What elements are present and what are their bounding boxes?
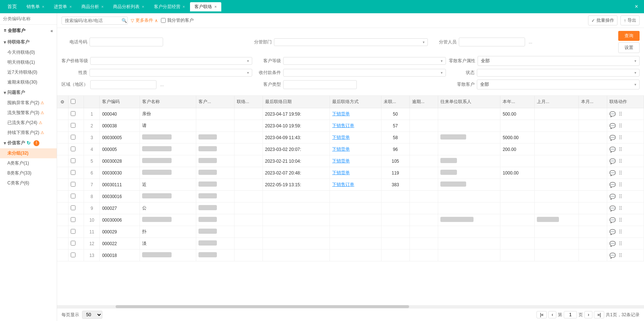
last-method-cell[interactable]: 下销售订单: [330, 179, 381, 191]
grid-action-icon[interactable]: ⠿: [619, 158, 622, 164]
grid-action-icon[interactable]: ⠿: [619, 111, 622, 117]
chat-icon[interactable]: 💬: [609, 170, 616, 176]
select-all-checkbox[interactable]: [71, 99, 75, 104]
more-filter-btn[interactable]: ▽ 更多条件 ∧: [131, 17, 158, 24]
nav-tab-product-analysis-list[interactable]: 商品分析列表 ×: [109, 2, 148, 11]
col-last-method[interactable]: 最后联络方式: [330, 96, 381, 108]
sidebar-item-abnormal[interactable]: 囤购异常客户(2) ⚠: [0, 98, 57, 108]
row-checkbox[interactable]: [71, 241, 75, 246]
chat-icon[interactable]: 💬: [609, 135, 616, 141]
method-link[interactable]: 下销货单: [332, 147, 350, 152]
retail-attr-select[interactable]: 全部 ▾: [478, 56, 640, 66]
sidebar-all-customers[interactable]: ⠿ 全部客户 «: [0, 25, 57, 37]
row-checkbox[interactable]: [71, 217, 75, 222]
dept-select[interactable]: ▾: [274, 38, 427, 46]
checkbox-cell[interactable]: [68, 214, 84, 226]
sidebar-item-class-b[interactable]: B类客户(33): [0, 168, 57, 178]
checkbox-cell[interactable]: [68, 226, 84, 238]
col-contact-person[interactable]: 往来单位联系人: [438, 96, 500, 108]
col-customer-name[interactable]: 客户名称: [140, 96, 196, 108]
checkbox-cell[interactable]: [68, 108, 84, 120]
grid-action-icon[interactable]: ⠿: [619, 217, 622, 223]
nav-tab-purchase[interactable]: 进货单 ×: [49, 2, 76, 11]
row-checkbox[interactable]: [71, 147, 75, 151]
grid-action-icon[interactable]: ⠿: [619, 170, 622, 176]
method-link[interactable]: 下销售订单: [332, 123, 354, 128]
last-method-cell[interactable]: 下销货单: [330, 155, 381, 167]
first-page-btn[interactable]: |«: [536, 311, 547, 318]
close-purchase-tab[interactable]: ×: [69, 4, 71, 9]
sidebar-item-class-c[interactable]: C类客户(6): [0, 178, 57, 188]
method-link[interactable]: 下销货单: [332, 135, 350, 140]
horizontal-scrollbar[interactable]: [57, 305, 644, 308]
sidebar-item-today[interactable]: 今天待联络(0): [0, 47, 57, 57]
page-size-select[interactable]: 50 100 200: [82, 311, 102, 319]
row-checkbox[interactable]: [71, 170, 75, 175]
row-checkbox[interactable]: [71, 158, 75, 163]
sidebar-item-overdue[interactable]: 逾期未联络(30): [0, 77, 57, 87]
grid-action-icon[interactable]: ⠿: [619, 182, 622, 188]
checkbox-cell[interactable]: [68, 179, 84, 191]
sidebar-item-tomorrow[interactable]: 明天待联络(1): [0, 57, 57, 67]
sidebar-group-header-value[interactable]: ▾ 价值客户 ↻ !: [0, 138, 57, 148]
prev-page-btn[interactable]: ‹: [548, 311, 556, 318]
status-select[interactable]: ▾: [477, 69, 640, 77]
refresh-icon[interactable]: ↻: [27, 140, 31, 146]
row-checkbox[interactable]: [71, 229, 75, 234]
last-method-cell[interactable]: 下销货单: [330, 144, 381, 155]
grid-action-icon[interactable]: ⠿: [619, 229, 622, 235]
price-level-select[interactable]: ▾: [90, 57, 252, 65]
chat-icon[interactable]: 💬: [609, 241, 616, 247]
checkbox-cell[interactable]: [68, 167, 84, 179]
chat-icon[interactable]: 💬: [609, 123, 616, 129]
col-last-date[interactable]: 最后联络日期: [263, 96, 330, 108]
grid-action-icon[interactable]: ⠿: [619, 194, 622, 200]
customer-level-select[interactable]: ▾: [283, 57, 446, 65]
checkbox-cell[interactable]: [68, 155, 84, 167]
grid-action-icon[interactable]: ⠿: [619, 253, 622, 258]
last-method-cell[interactable]: 下销货单: [330, 108, 381, 120]
col-contact[interactable]: 联络...: [234, 96, 263, 108]
method-link[interactable]: 下销货单: [332, 170, 350, 175]
row-checkbox[interactable]: [71, 135, 75, 140]
method-link[interactable]: 下销售订单: [332, 182, 354, 187]
grid-action-icon[interactable]: ⠿: [619, 205, 622, 211]
col-last-month[interactable]: 上月...: [534, 96, 578, 108]
sidebar-search-input[interactable]: [3, 16, 57, 21]
nature-select[interactable]: ▾: [89, 69, 252, 77]
search-icon[interactable]: 🔍: [122, 18, 127, 23]
row-checkbox[interactable]: [71, 123, 75, 128]
checkbox-cell[interactable]: [68, 238, 84, 250]
retail-select[interactable]: 全部 ▾: [477, 80, 640, 89]
batch-op-btn[interactable]: ✓ 批量操作: [588, 15, 617, 25]
close-all-tabs[interactable]: ×: [632, 3, 641, 10]
chat-icon[interactable]: 💬: [609, 158, 616, 164]
next-page-btn[interactable]: ›: [584, 311, 592, 318]
last-page-btn[interactable]: »|: [594, 311, 604, 318]
row-checkbox[interactable]: [71, 111, 75, 116]
col-customer-type[interactable]: 客户...: [196, 96, 234, 108]
payment-select[interactable]: ▾: [283, 69, 446, 77]
chat-icon[interactable]: 💬: [609, 217, 616, 223]
sidebar-item-7days[interactable]: 近7天待联络(0): [0, 67, 57, 77]
nav-home[interactable]: 首页: [3, 2, 21, 11]
checkbox-cell[interactable]: [68, 202, 84, 214]
search-input[interactable]: [65, 18, 120, 23]
query-btn[interactable]: 查询: [618, 31, 640, 41]
sidebar-group-header-problem[interactable]: ▾ 问题客户: [0, 87, 57, 98]
method-link[interactable]: 下销货单: [332, 158, 350, 163]
checkbox-cell[interactable]: [68, 132, 84, 144]
nav-tab-product-analysis[interactable]: 商品分析 ×: [77, 2, 108, 11]
col-settings[interactable]: ⚙: [57, 96, 68, 108]
col-customer-code[interactable]: 客户编码: [100, 96, 140, 108]
my-customers-checkbox[interactable]: 我分管的客户: [161, 17, 194, 24]
grid-action-icon[interactable]: ⠿: [619, 241, 622, 247]
sidebar-item-lost[interactable]: 已流失客户(24) ⚠: [0, 118, 57, 128]
sidebar-item-class-a[interactable]: A类客户(1): [0, 158, 57, 168]
close-customer-tier-tab[interactable]: ×: [183, 4, 185, 9]
close-product-analysis-list-tab[interactable]: ×: [142, 4, 144, 9]
grid-action-icon[interactable]: ⠿: [619, 135, 622, 141]
chat-icon[interactable]: 💬: [609, 194, 616, 200]
page-input[interactable]: [564, 311, 577, 318]
checkbox-cell[interactable]: [68, 191, 84, 202]
